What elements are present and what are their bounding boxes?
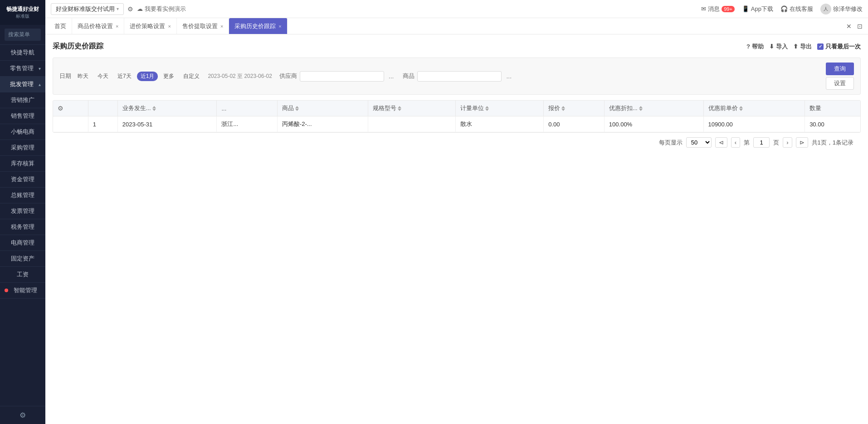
supplier-input[interactable] <box>300 71 384 82</box>
header-right: ✉ 消息 99+ 📱 App下载 🎧 在线客服 人 徐泽华修改 <box>701 4 863 14</box>
help-action[interactable]: ? 帮助 <box>746 43 764 51</box>
sidebar-item-ecommerce-small[interactable]: 小畅电商 <box>0 124 45 140</box>
col-product[interactable]: 商品 <box>277 101 368 116</box>
export-icon: ⬆ <box>793 43 798 50</box>
import-action[interactable]: ⬇ 导入 <box>769 43 788 51</box>
close-window-icon[interactable]: ✕ <box>844 21 853 32</box>
sidebar-item-marketing[interactable]: 营销推广 <box>0 92 45 108</box>
sidebar-item-label: 固定资产 <box>5 255 41 263</box>
message-action[interactable]: ✉ 消息 99+ <box>701 5 735 13</box>
date-today[interactable]: 今天 <box>94 72 112 81</box>
page-input[interactable] <box>753 137 770 148</box>
app-download-action[interactable]: 📱 App下载 <box>742 5 773 13</box>
demo-button[interactable]: ☁ 我要看实例演示 <box>137 5 186 13</box>
sidebar-item-ai[interactable]: 智能管理 <box>0 283 45 299</box>
online-service-action[interactable]: 🎧 在线客服 <box>780 5 813 13</box>
filter-buttons: 查询 设置 <box>826 63 854 90</box>
sidebar-item-label: 发票管理 <box>5 207 41 215</box>
tab-purchase-strategy[interactable]: 进价策略设置 × <box>124 18 176 34</box>
header-left: 好业财标准版交付试用 ▾ ⚙ ☁ 我要看实例演示 <box>51 3 186 15</box>
col-price[interactable]: 报价 <box>544 101 605 116</box>
supplier-dots[interactable]: ... <box>387 72 396 80</box>
date-yesterday[interactable]: 昨天 <box>74 72 92 81</box>
col-spec[interactable]: 规格型号 <box>368 101 456 116</box>
cell-bizdate: 2023-05-31 <box>117 116 217 132</box>
gear-icon[interactable]: ⚙ <box>20 411 26 419</box>
col-before-price[interactable]: 优惠前单价 <box>703 101 805 116</box>
sidebar-bottom: ⚙ <box>0 406 45 424</box>
close-icon[interactable]: × <box>116 24 118 29</box>
product-selector[interactable]: 好业财标准版交付试用 ▾ <box>51 3 124 15</box>
tab-purchase-history[interactable]: 采购历史价跟踪 × <box>229 18 287 34</box>
per-page-select[interactable]: 50 100 200 <box>686 137 712 148</box>
date-1month[interactable]: 近1月 <box>137 72 158 81</box>
prev-page-button[interactable]: ‹ <box>731 137 740 148</box>
sidebar-item-tax[interactable]: 税务管理 <box>0 219 45 235</box>
sidebar-item-finance[interactable]: 资金管理 <box>0 172 45 188</box>
sidebar-item-retail[interactable]: 零售管理 ▾ <box>0 61 45 77</box>
table-header-row: ⚙ 业务发生... ... <box>53 101 860 116</box>
sidebar-quick-nav[interactable]: 快捷导航 <box>0 45 45 61</box>
close-icon[interactable]: × <box>168 24 171 29</box>
search-menu-button[interactable]: 搜索菜单 <box>5 29 41 41</box>
close-icon[interactable]: × <box>278 24 281 29</box>
page-label: 第 <box>744 139 750 147</box>
col-bizdate-label: 业务发生... <box>122 104 151 112</box>
date-7days[interactable]: 近7天 <box>114 72 135 81</box>
sidebar-item-wholesale[interactable]: 批发管理 ▴ <box>0 77 45 92</box>
sidebar-item-ecommerce[interactable]: 电商管理 <box>0 235 45 251</box>
col-spec-label: 规格型号 <box>373 104 396 112</box>
sidebar-item-purchase[interactable]: 采购管理 <box>0 140 45 156</box>
sidebar-item-invoice[interactable]: 发票管理 <box>0 203 45 219</box>
sidebar-item-sales[interactable]: 销售管理 <box>0 108 45 124</box>
query-button[interactable]: 查询 <box>826 63 854 75</box>
supplier-filter: 供应商 ... <box>279 71 396 82</box>
next-page-button[interactable]: › <box>783 137 792 148</box>
sidebar-item-fixed-assets[interactable]: 固定资产 <box>0 251 45 267</box>
help-label: 帮助 <box>752 43 764 51</box>
sort-icon <box>295 106 299 111</box>
tab-label: 采购历史价跟踪 <box>234 22 276 30</box>
user-action[interactable]: 人 徐泽华修改 <box>820 4 863 14</box>
avatar: 人 <box>820 4 831 14</box>
cell-product: 丙烯酸-2-... <box>277 116 368 132</box>
sidebar-item-inventory[interactable]: 库存核算 <box>0 156 45 172</box>
settings-button[interactable]: 设置 <box>826 77 854 90</box>
col-product-label: 商品 <box>282 104 294 112</box>
tab-label: 首页 <box>54 22 66 30</box>
chevron-icon: ▾ <box>39 66 41 71</box>
settings-icon[interactable]: ⚙ <box>127 5 133 13</box>
tab-sale-price[interactable]: 售价提取设置 × <box>177 18 229 34</box>
product-dots[interactable]: ... <box>504 72 513 80</box>
sort-icon <box>485 106 489 111</box>
product-input[interactable] <box>417 71 502 82</box>
last-page-button[interactable]: ⊳ <box>796 137 808 148</box>
sidebar-item-payroll[interactable]: 工资 <box>0 267 45 283</box>
first-page-button[interactable]: ⊲ <box>715 137 727 148</box>
sort-icon <box>561 106 565 111</box>
chevron-down-icon: ▾ <box>117 6 119 11</box>
online-service-label: 在线客服 <box>790 5 813 13</box>
col-qty: 数量 <box>805 101 860 116</box>
export-label: 导出 <box>800 43 812 51</box>
tab-product-price[interactable]: 商品价格设置 × <box>72 18 124 34</box>
col-unit[interactable]: 计量单位 <box>456 101 544 116</box>
tab-home[interactable]: 首页 <box>49 18 72 34</box>
sort-icon <box>398 106 401 111</box>
gear-icon[interactable]: ⚙ <box>58 105 63 112</box>
sidebar-item-ledger[interactable]: 总账管理 <box>0 188 45 203</box>
per-page-label: 每页显示 <box>659 139 683 147</box>
top-header: 好业财标准版交付试用 ▾ ⚙ ☁ 我要看实例演示 ✉ 消息 99+ 📱 App下… <box>45 0 868 18</box>
phone-icon: 📱 <box>742 5 749 12</box>
maximize-icon[interactable]: ⊡ <box>855 21 864 32</box>
only-last-checkbox[interactable]: ✓ 只看最后一次 <box>817 43 861 51</box>
col-discount-label: 优惠折扣... <box>609 104 638 112</box>
export-action[interactable]: ⬆ 导出 <box>793 43 812 51</box>
close-icon[interactable]: × <box>220 24 223 29</box>
date-more[interactable]: 更多 <box>160 72 178 81</box>
cell-price: 0.00 <box>544 116 605 132</box>
message-icon: ✉ <box>701 5 706 12</box>
date-custom[interactable]: 自定义 <box>180 72 203 81</box>
col-discount[interactable]: 优惠折扣... <box>604 101 703 116</box>
col-bizdate[interactable]: 业务发生... <box>117 101 217 116</box>
